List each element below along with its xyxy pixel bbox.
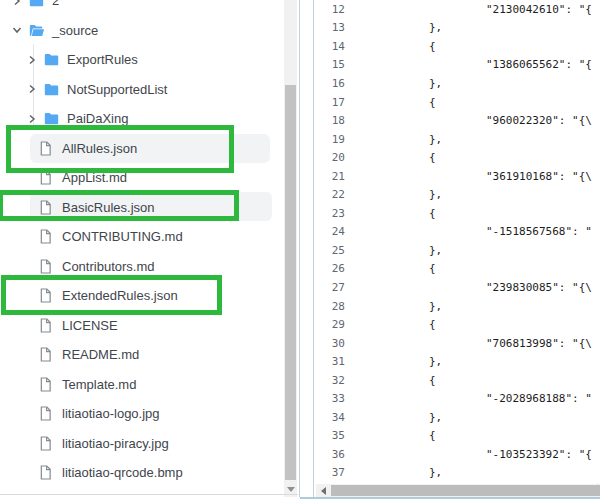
tree-item-applist-md[interactable]: AppList.md — [0, 163, 283, 193]
tree-item-contributing-md[interactable]: CONTRIBUTING.md — [0, 222, 283, 252]
code-line: 28}, — [314, 297, 600, 316]
code-line: 19}, — [314, 130, 600, 149]
tree-item-exportrules[interactable]: ExportRules — [0, 45, 283, 75]
chevron-right-icon[interactable] — [27, 84, 39, 94]
tree-item-label: LICENSE — [62, 318, 118, 333]
code-line: 18"960022320": "{\ — [314, 111, 600, 130]
tree-item-basicrules-json[interactable]: BasicRules.json — [0, 193, 283, 223]
code-line: 25}, — [314, 241, 600, 260]
code-text: "-103523392": "{ — [345, 448, 592, 461]
code-text: }, — [345, 300, 442, 313]
tree-item-template-md[interactable]: Template.md — [0, 370, 283, 400]
folder-icon — [29, 0, 45, 8]
chevron-right-icon[interactable] — [27, 55, 39, 65]
line-number: 26 — [314, 262, 345, 275]
tree-item-allrules-json[interactable]: AllRules.json — [0, 134, 283, 164]
tree-item-label: AppList.md — [62, 170, 127, 185]
file-icon — [39, 318, 52, 333]
chevron-down-icon[interactable] — [12, 25, 24, 35]
line-number: 13 — [314, 21, 345, 34]
code-line: 35{ — [314, 427, 600, 446]
code-line: 29{ — [314, 315, 600, 334]
tree-item-label: ExportRules — [67, 52, 138, 67]
file-icon — [39, 288, 55, 303]
tree-item-litiaotiao-logo-jpg[interactable]: litiaotiao-logo.jpg — [0, 399, 283, 429]
chevron-down-icon — [12, 25, 22, 35]
file-icon — [39, 347, 52, 362]
code-editor-pane[interactable]: 12"2130042610": "{13},14{15"1386065562":… — [314, 0, 600, 483]
tree-item-2[interactable]: 2 — [0, 0, 283, 16]
line-number: 20 — [314, 151, 345, 164]
chevron-right-icon — [12, 0, 22, 6]
tree-item-license[interactable]: LICENSE — [0, 311, 283, 341]
line-number: 24 — [314, 225, 345, 238]
tree-item-notsupportedlist[interactable]: NotSupportedList — [0, 75, 283, 105]
tree-item-label: litiaotiao-piracy.jpg — [62, 436, 169, 451]
line-number: 35 — [314, 429, 345, 442]
line-number: 37 — [314, 466, 345, 479]
tree-item-label: AllRules.json — [62, 141, 137, 156]
tree-item-label: 2 — [52, 0, 59, 8]
line-number: 31 — [314, 355, 345, 368]
line-number: 34 — [314, 411, 345, 424]
tree-item-readme-md[interactable]: README.md — [0, 340, 283, 370]
file-icon — [39, 406, 52, 421]
file-icon — [39, 465, 52, 480]
file-icon — [39, 406, 55, 421]
chevron-right-icon[interactable] — [27, 114, 39, 124]
chevron-right-icon — [27, 84, 37, 94]
tree-vertical-scrollbar[interactable] — [284, 0, 297, 497]
tree-item-contributors-md[interactable]: Contributors.md — [0, 252, 283, 282]
editor-horizontal-scrollbar[interactable] — [316, 484, 600, 497]
file-icon — [39, 259, 55, 274]
line-number: 23 — [314, 207, 345, 220]
folder-open-icon — [29, 23, 45, 38]
code-line: 15"1386065562": "{ — [314, 56, 600, 75]
file-icon — [39, 465, 55, 480]
tree-pane-bottom-border — [0, 494, 298, 495]
tree-item-label: README.md — [62, 347, 139, 362]
line-number: 12 — [314, 3, 345, 16]
code-text: { — [345, 151, 436, 164]
code-text: "361910168": "{\ — [345, 170, 592, 183]
code-line: 14{ — [314, 37, 600, 56]
pane-divider-left[interactable] — [299, 0, 300, 497]
folder-open-icon — [29, 24, 45, 37]
tree-item-litiaotiao-qrcode-bmp[interactable]: litiaotiao-qrcode.bmp — [0, 458, 283, 488]
arrow-left-icon — [321, 487, 326, 495]
tree-item-label: litiaotiao-logo.jpg — [62, 406, 160, 421]
line-number: 29 — [314, 318, 345, 331]
file-icon — [39, 229, 55, 244]
file-icon — [39, 436, 52, 451]
tree-item-paidaxing[interactable]: PaiDaXing — [0, 104, 283, 134]
file-icon — [39, 141, 52, 156]
tree-item-label: Contributors.md — [62, 259, 154, 274]
code-text: "706813998": "{\ — [345, 337, 592, 350]
code-line: 31}, — [314, 352, 600, 371]
code-line: 26{ — [314, 260, 600, 279]
file-icon — [39, 200, 52, 215]
file-icon — [39, 141, 55, 156]
code-text: "1386065562": "{ — [345, 58, 592, 71]
tree-item-litiaotiao-piracy-jpg[interactable]: litiaotiao-piracy.jpg — [0, 429, 283, 459]
code-text: { — [345, 429, 436, 442]
line-number: 16 — [314, 77, 345, 90]
line-number: 18 — [314, 114, 345, 127]
file-icon — [39, 436, 55, 451]
line-number: 30 — [314, 337, 345, 350]
code-text: }, — [345, 355, 442, 368]
editor-scrollbar-thumb[interactable] — [331, 485, 600, 496]
code-line: 21"361910168": "{\ — [314, 167, 600, 186]
scroll-left-button[interactable] — [316, 484, 330, 497]
code-line: 17{ — [314, 93, 600, 112]
tree-item-extendedrules-json[interactable]: ExtendedRules.json — [0, 281, 283, 311]
tree-item-label: NotSupportedList — [67, 82, 167, 97]
code-text: }, — [345, 21, 442, 34]
folder-icon — [29, 0, 44, 7]
line-number: 15 — [314, 58, 345, 71]
tree-scrollbar-thumb[interactable] — [285, 85, 296, 480]
chevron-right-icon[interactable] — [12, 0, 24, 6]
tree-item--source[interactable]: _source — [0, 16, 283, 46]
file-icon — [39, 170, 55, 185]
line-number: 36 — [314, 448, 345, 461]
